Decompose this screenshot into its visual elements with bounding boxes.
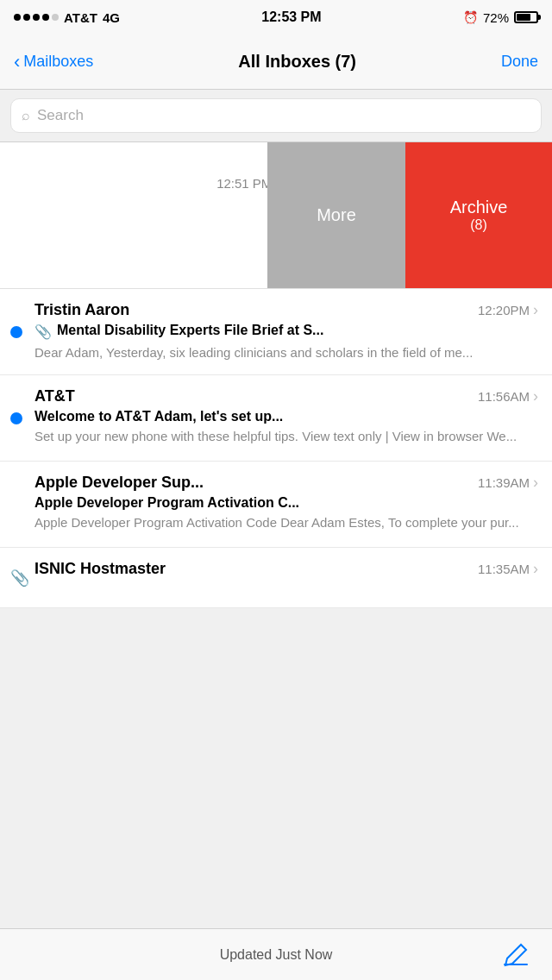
search-placeholder: Search [37, 107, 84, 124]
email-preview: Apple Developer Program Activation Code … [34, 513, 538, 531]
bottom-bar: Updated Just Now [0, 928, 552, 980]
email-chevron-icon: › [533, 301, 538, 319]
svg-rect-2 [504, 964, 528, 965]
email-list: 12:51 PM › › Banned Blackjac... a call t… [0, 142, 552, 608]
compose-button[interactable] [500, 939, 531, 971]
swiped-email-row[interactable]: 12:51 PM › › Banned Blackjac... a call t… [0, 142, 552, 289]
swipe-archive-button[interactable]: Archive (8) [405, 142, 552, 288]
back-chevron-icon: ‹ [14, 51, 20, 73]
attachment-paperclip-icon: 📎 [10, 569, 29, 587]
email-sender: Apple Developer Sup... [34, 474, 204, 492]
swiped-email-time: 12:51 PM › › [0, 176, 288, 192]
email-chevron-icon: › [533, 387, 538, 405]
battery-icon [514, 11, 538, 23]
email-subject: Welcome to AT&T Adam, let's set up... [34, 409, 538, 424]
swiped-email-sender: Banned Blackjac... [0, 195, 288, 213]
alarm-icon: ⏰ [463, 10, 478, 24]
search-bar[interactable]: ⌕ Search [10, 98, 542, 133]
swiped-email-content: 12:51 PM › › Banned Blackjac... a call t… [0, 142, 302, 288]
compose-icon [502, 941, 530, 969]
email-chevron-icon: › [533, 560, 538, 578]
swiped-email-preview1: a call this week if [0, 217, 288, 236]
email-time: 11:35AM [478, 562, 530, 576]
unread-dot [10, 326, 22, 338]
email-row[interactable]: Apple Developer Sup... 11:39AM › Apple D… [0, 462, 552, 548]
status-bar: AT&T 4G 12:53 PM ⏰ 72% [0, 0, 552, 35]
email-preview: Dear Adam, Yesterday, six leading clinic… [34, 343, 538, 361]
email-row-top: ISNIC Hostmaster 11:35AM › [34, 560, 538, 578]
signal-icon [14, 14, 59, 21]
archive-count: (8) [470, 217, 487, 233]
swipe-actions: More Archive (8) [267, 142, 552, 288]
back-label: Mailboxes [23, 53, 93, 71]
carrier-label: AT&T [64, 10, 97, 25]
done-button[interactable]: Done [501, 53, 538, 71]
back-button[interactable]: ‹ Mailboxes [14, 51, 93, 73]
nav-title: All Inboxes (7) [238, 52, 356, 72]
search-icon: ⌕ [22, 108, 30, 123]
email-preview: Set up your new phone with these helpful… [34, 427, 538, 445]
archive-label: Archive [450, 198, 508, 217]
email-row[interactable]: AT&T 11:56AM › Welcome to AT&T Adam, let… [0, 375, 552, 462]
email-row[interactable]: 📎 ISNIC Hostmaster 11:35AM › [0, 548, 552, 608]
email-sender: Tristin Aaron [34, 301, 129, 319]
email-sender: ISNIC Hostmaster [34, 560, 166, 578]
email-row[interactable]: Tristin Aaron 12:20PM › 📎 Mental Disabil… [0, 289, 552, 375]
email-sender: AT&T [34, 387, 75, 405]
email-row-top: Tristin Aaron 12:20PM › [34, 301, 538, 319]
email-row-top: AT&T 11:56AM › [34, 387, 538, 405]
swiped-email-preview2: ea is that he is go... [0, 236, 288, 254]
email-row-top: Apple Developer Sup... 11:39AM › [34, 474, 538, 492]
email-subject: Mental Disability Experts File Brief at … [57, 323, 538, 338]
email-subject: Apple Developer Program Activation C... [34, 495, 538, 511]
email-chevron-icon: › [533, 474, 538, 492]
email-time: 12:20PM [478, 303, 530, 317]
unread-dot [10, 412, 22, 424]
email-time: 11:56AM [478, 389, 530, 404]
network-label: 4G [103, 10, 120, 25]
search-container: ⌕ Search [0, 90, 552, 142]
update-status: Updated Just Now [52, 947, 500, 963]
status-right: ⏰ 72% [463, 10, 538, 25]
email-time: 11:39AM [478, 475, 530, 490]
nav-bar: ‹ Mailboxes All Inboxes (7) Done [0, 35, 552, 90]
status-time: 12:53 PM [261, 9, 321, 25]
attachment-paperclip-icon: 📎 [34, 324, 52, 340]
status-left: AT&T 4G [14, 10, 120, 25]
battery-percent: 72% [483, 10, 509, 25]
swipe-more-button[interactable]: More [267, 142, 405, 288]
